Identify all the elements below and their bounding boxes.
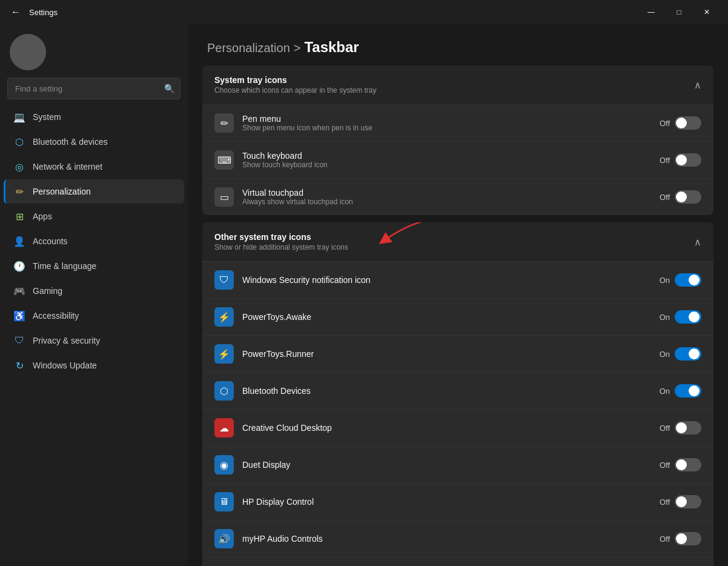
section-system-tray-icons: System tray icons Choose which icons can…	[202, 65, 713, 215]
sidebar-item-accessibility[interactable]: ♿ Accessibility	[4, 304, 184, 328]
nav-icon-bluetooth: ⬡	[13, 136, 25, 148]
search-box: 🔍	[7, 78, 180, 99]
setting-name-powertoys-awake: PowerToys.Awake	[242, 312, 651, 322]
setting-row-creative-cloud: ☁ Creative Cloud Desktop Off	[202, 409, 713, 446]
sidebar-item-gaming[interactable]: 🎮 Gaming	[4, 279, 184, 303]
close-button[interactable]: ✕	[693, 0, 721, 24]
back-button[interactable]: ←	[7, 4, 24, 21]
sidebar-item-update[interactable]: ↻ Windows Update	[4, 353, 184, 378]
sidebar: 🔍 💻 System ⬡ Bluetooth & devices ◎ Netwo…	[0, 24, 188, 566]
toggle-creative-cloud[interactable]	[675, 421, 701, 434]
toggle-label-hp-display: Off	[660, 498, 670, 507]
minimize-button[interactable]: —	[637, 0, 665, 24]
setting-row-slack: # Slack Off	[202, 557, 713, 566]
setting-row-virtual-touchpad: ▭ Virtual touchpad Always show virtual t…	[202, 178, 713, 215]
toggle-windows-security[interactable]	[675, 273, 701, 287]
nav-icon-time: 🕐	[13, 260, 25, 272]
setting-icon-windows-security: 🛡	[214, 270, 234, 290]
nav-icon-privacy: 🛡	[13, 335, 25, 347]
toggle-thumb-myhp-audio	[676, 533, 687, 544]
search-input[interactable]	[7, 78, 180, 99]
sidebar-item-network[interactable]: ◎ Network & internet	[4, 155, 184, 179]
nav-label-personalization: Personalization	[33, 187, 91, 196]
toggle-thumb-creative-cloud	[676, 422, 687, 433]
setting-name-hp-display: HP Display Control	[242, 497, 651, 507]
sidebar-item-privacy[interactable]: 🛡 Privacy & security	[4, 328, 184, 353]
setting-icon-duet-display: ◉	[214, 455, 234, 474]
toggle-thumb-duet-display	[676, 459, 687, 470]
nav-icon-personalization: ✏	[13, 185, 25, 198]
avatar	[10, 34, 46, 70]
toggle-touch-keyboard[interactable]	[675, 153, 701, 167]
section-other-system-tray: Other system tray icons Show or hide add…	[202, 222, 713, 566]
toggle-thumb-hp-display	[676, 496, 687, 507]
section-header-system-tray-icons[interactable]: System tray icons Choose which icons can…	[202, 65, 713, 104]
app-body: 🔍 💻 System ⬡ Bluetooth & devices ◎ Netwo…	[0, 24, 728, 566]
setting-name-touch-keyboard: Touch keyboard	[242, 151, 651, 161]
setting-icon-myhp-audio: 🔊	[214, 529, 234, 548]
toggle-thumb-windows-security	[689, 275, 700, 285]
setting-row-duet-display: ◉ Duet Display Off	[202, 446, 713, 483]
nav-label-accessibility: Accessibility	[33, 311, 79, 321]
sections-container: System tray icons Choose which icons can…	[188, 65, 728, 566]
sidebar-item-bluetooth[interactable]: ⬡ Bluetooth & devices	[4, 130, 184, 154]
toggle-virtual-touchpad[interactable]	[675, 190, 701, 204]
setting-icon-virtual-touchpad: ▭	[214, 187, 234, 207]
toggle-duet-display[interactable]	[675, 458, 701, 471]
toggle-label-bluetooth-devices: On	[660, 387, 670, 396]
maximize-button[interactable]: □	[665, 0, 693, 24]
sidebar-item-personalization[interactable]: ✏ Personalization	[4, 179, 184, 204]
toggle-label-windows-security: On	[660, 276, 670, 285]
toggle-thumb-pen-menu	[676, 118, 687, 128]
toggle-powertoys-runner[interactable]	[675, 347, 701, 361]
setting-row-hp-display: 🖥 HP Display Control Off	[202, 483, 713, 520]
collapse-icon-other-system-tray: ∧	[694, 236, 701, 248]
setting-desc-virtual-touchpad: Always show virtual touchpad icon	[242, 198, 651, 206]
title-bar: ← Settings — □ ✕	[0, 0, 728, 24]
toggle-thumb-bluetooth-devices	[689, 385, 700, 396]
section-desc-system-tray-icons: Choose which icons can appear in the sys…	[214, 86, 376, 95]
user-profile	[10, 34, 178, 70]
setting-icon-bluetooth-devices: ⬡	[214, 381, 234, 401]
toggle-label-duet-display: Off	[660, 461, 670, 470]
toggle-label-creative-cloud: Off	[660, 424, 670, 433]
setting-desc-touch-keyboard: Show touch keyboard icon	[242, 161, 651, 169]
nav-label-gaming: Gaming	[33, 286, 62, 296]
setting-row-bluetooth-devices: ⬡ Bluetooth Devices On	[202, 372, 713, 409]
toggle-hp-display[interactable]	[675, 495, 701, 508]
setting-name-windows-security: Windows Security notification icon	[242, 275, 651, 285]
section-title-system-tray-icons: System tray icons	[214, 75, 376, 85]
section-title-other-system-tray: Other system tray icons	[214, 232, 348, 242]
sidebar-item-apps[interactable]: ⊞ Apps	[4, 204, 184, 228]
setting-icon-creative-cloud: ☁	[214, 418, 234, 438]
nav-icon-gaming: 🎮	[13, 285, 25, 297]
sidebar-item-accounts[interactable]: 👤 Accounts	[4, 229, 184, 253]
setting-name-pen-menu: Pen menu	[242, 114, 651, 124]
setting-name-virtual-touchpad: Virtual touchpad	[242, 188, 651, 198]
toggle-label-powertoys-awake: On	[660, 313, 670, 322]
setting-icon-powertoys-runner: ⚡	[214, 344, 234, 364]
toggle-powertoys-awake[interactable]	[675, 310, 701, 324]
setting-name-myhp-audio: myHP Audio Controls	[242, 534, 651, 544]
section-header-other-system-tray[interactable]: Other system tray icons Show or hide add…	[202, 222, 713, 261]
nav-label-bluetooth: Bluetooth & devices	[33, 137, 108, 147]
toggle-bluetooth-devices[interactable]	[675, 384, 701, 398]
nav-label-privacy: Privacy & security	[33, 336, 100, 345]
toggle-pen-menu[interactable]	[675, 116, 701, 130]
nav-label-network: Network & internet	[33, 162, 102, 171]
toggle-thumb-virtual-touchpad	[676, 191, 687, 202]
toggle-label-powertoys-runner: On	[660, 350, 670, 359]
sidebar-item-system[interactable]: 💻 System	[4, 105, 184, 129]
nav-menu: 💻 System ⬡ Bluetooth & devices ◎ Network…	[0, 104, 188, 378]
collapse-icon-system-tray-icons: ∧	[694, 79, 701, 91]
setting-row-powertoys-runner: ⚡ PowerToys.Runner On	[202, 335, 713, 372]
setting-row-windows-security: 🛡 Windows Security notification icon On	[202, 261, 713, 298]
setting-icon-pen-menu: ✏	[214, 113, 234, 133]
nav-icon-system: 💻	[13, 111, 25, 123]
setting-icon-hp-display: 🖥	[214, 492, 234, 511]
sidebar-item-time[interactable]: 🕐 Time & language	[4, 254, 184, 278]
toggle-myhp-audio[interactable]	[675, 532, 701, 545]
setting-row-pen-menu: ✏ Pen menu Show pen menu icon when pen i…	[202, 104, 713, 141]
toggle-label-myhp-audio: Off	[660, 534, 670, 544]
nav-icon-apps: ⊞	[13, 210, 25, 222]
